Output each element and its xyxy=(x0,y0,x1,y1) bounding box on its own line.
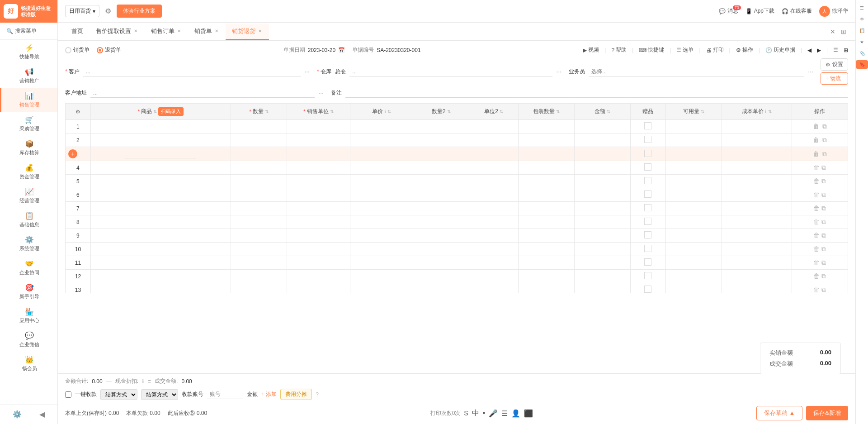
app-download-button[interactable]: 📱 App下载 xyxy=(745,7,774,15)
staff-input[interactable] xyxy=(589,67,804,76)
save-new-button[interactable]: 保存&新增 xyxy=(806,406,848,420)
tab-sales-return[interactable]: 销货退货 ✕ xyxy=(226,24,269,40)
gift-checkbox-10[interactable] xyxy=(644,245,651,252)
footer-icon-2[interactable]: • xyxy=(483,409,486,417)
footer-icon-3[interactable]: 🎤 xyxy=(489,409,498,418)
copy-row-13-icon[interactable]: ⧉ xyxy=(821,285,827,293)
copy-row-12-icon[interactable]: ⧉ xyxy=(821,272,827,281)
footer-icon-1[interactable]: 中 xyxy=(472,409,479,418)
delete-row-13-icon[interactable]: 🗑 xyxy=(812,285,821,293)
settings-button[interactable]: ⚙ 设置 xyxy=(821,58,848,71)
address-more-icon[interactable]: ··· xyxy=(318,90,324,97)
delete-row-4-icon[interactable]: 🗑 xyxy=(812,163,821,172)
sidebar-item-system[interactable]: ⚙️ 系统管理 xyxy=(0,232,57,256)
delete-row-3-icon[interactable]: 🗑 xyxy=(812,149,820,158)
delete-row-7-icon[interactable]: 🗑 xyxy=(812,204,821,213)
toolbar-print[interactable]: 🖨 打印 xyxy=(706,46,724,54)
footer-icon-4[interactable]: ☰ xyxy=(501,409,508,418)
sidebar-item-enterprise[interactable]: 🤝 企业协同 xyxy=(0,256,57,280)
gift-checkbox-4[interactable] xyxy=(644,163,651,171)
one-key-payment-checkbox[interactable] xyxy=(65,391,71,398)
sidebar-item-marketing[interactable]: 📢 营销推广 xyxy=(0,64,57,88)
sort-amount-icon[interactable]: ⇅ xyxy=(607,109,610,114)
th-gear[interactable]: ⚙ xyxy=(66,104,91,120)
gift-checkbox-3[interactable] xyxy=(644,150,651,157)
arrow-left-icon[interactable]: ◀ xyxy=(807,47,811,53)
customer-input[interactable] xyxy=(83,67,301,76)
calculation-method-select[interactable]: 结算方式 xyxy=(141,389,178,400)
sidebar-item-wechat[interactable]: 💬 企业微信 xyxy=(0,328,57,352)
add-row-button[interactable]: + xyxy=(68,149,77,158)
staff-more-icon[interactable]: ··· xyxy=(808,68,813,75)
gift-checkbox-12[interactable] xyxy=(644,272,651,279)
sidebar-item-finance[interactable]: 💰 资金管理 xyxy=(0,160,57,184)
sidebar-collapse-button[interactable]: ◀ xyxy=(38,408,47,420)
sidebar-item-purchase[interactable]: 🛒 采购管理 xyxy=(0,112,57,136)
toolbar-help[interactable]: ? 帮助 xyxy=(611,46,627,54)
right-panel-btn-6[interactable]: 🔖 xyxy=(856,60,868,69)
sort-unit2-icon[interactable]: ⇅ xyxy=(500,109,503,114)
calendar-icon[interactable]: 📅 xyxy=(338,47,345,53)
copy-row-8-icon[interactable]: ⧉ xyxy=(821,217,827,226)
tab-home[interactable]: 首页 xyxy=(65,24,90,40)
experience-button[interactable]: 体验行业方案 xyxy=(117,5,162,18)
delete-row-2-icon[interactable]: 🗑 xyxy=(812,135,820,144)
radio-return-order[interactable]: 退货单 xyxy=(97,46,121,54)
sort-avail-icon[interactable]: ⇅ xyxy=(701,109,704,114)
sidebar-item-appstore[interactable]: 🏪 应用中心 xyxy=(0,304,57,328)
delete-row-12-icon[interactable]: 🗑 xyxy=(812,272,821,281)
gift-checkbox-13[interactable] xyxy=(644,286,651,293)
online-service-button[interactable]: 🎧 在线客服 xyxy=(782,7,812,15)
sidebar-item-base[interactable]: 📋 基础信息 xyxy=(0,208,57,232)
sort-unit-icon[interactable]: ⇅ xyxy=(330,109,334,114)
warehouse-more-icon[interactable]: ··· xyxy=(556,68,561,75)
cash-discount-info-icon[interactable]: ℹ xyxy=(142,378,144,385)
delete-row-6-icon[interactable]: 🗑 xyxy=(812,190,821,199)
footer-icon-6[interactable]: ⬛ xyxy=(524,409,533,418)
address-input[interactable] xyxy=(90,88,315,98)
arrow-right-icon[interactable]: ▶ xyxy=(817,47,821,53)
fee-help-icon[interactable]: ? xyxy=(316,391,319,398)
customer-more-icon[interactable]: ··· xyxy=(304,68,310,75)
tab-close-price-setting[interactable]: ✕ xyxy=(133,28,138,34)
price-info-icon[interactable]: ℹ xyxy=(384,109,386,114)
copy-row-11-icon[interactable]: ⧉ xyxy=(821,258,827,267)
copy-row-7-icon[interactable]: ⧉ xyxy=(821,204,827,213)
copy-row-4-icon[interactable]: ⧉ xyxy=(821,163,827,172)
tab-sales-delivery[interactable]: 销货单 ✕ xyxy=(188,24,226,40)
daily-goods-select[interactable]: 日用百货 ▾ xyxy=(65,5,99,17)
settlement-method-select[interactable]: 结算方式 xyxy=(100,389,137,400)
product-input-3[interactable] xyxy=(125,150,196,158)
copy-row-10-icon[interactable]: ⧉ xyxy=(821,244,827,253)
sidebar-item-sales[interactable]: 📊 销售管理 xyxy=(0,88,57,112)
gift-checkbox-11[interactable] xyxy=(644,258,651,266)
cost-info-icon[interactable]: ℹ xyxy=(765,109,767,114)
sort-qty-icon[interactable]: ⇅ xyxy=(265,109,269,114)
copy-row-1-icon[interactable]: ⧉ xyxy=(821,122,828,131)
right-panel-btn-4[interactable]: ★ xyxy=(858,38,866,46)
delete-row-5-icon[interactable]: 🗑 xyxy=(812,176,821,186)
view-list-icon[interactable]: ☰ xyxy=(833,47,838,53)
save-draft-button[interactable]: 保存草稿 ▲ xyxy=(756,406,803,420)
sort-qty2-icon[interactable]: ⇅ xyxy=(447,109,451,114)
toolbar-select[interactable]: ☰ 选单 xyxy=(676,46,693,54)
tab-close-all-button[interactable]: ✕ xyxy=(828,26,837,37)
sort-price-icon[interactable]: ⇅ xyxy=(387,109,391,114)
fee-split-button[interactable]: 费用分摊 xyxy=(280,389,312,400)
gift-checkbox-1[interactable] xyxy=(644,122,651,129)
tab-close-sales-order[interactable]: ✕ xyxy=(176,28,182,34)
tab-expand-button[interactable]: ⊞ xyxy=(839,26,848,37)
gift-checkbox-9[interactable] xyxy=(644,231,651,238)
right-panel-btn-2[interactable]: 👁 xyxy=(858,15,866,24)
user-profile-button[interactable]: 人 徐泽华 xyxy=(819,6,848,17)
note-input[interactable] xyxy=(345,88,848,98)
right-panel-btn-3[interactable]: 📋 xyxy=(858,26,867,35)
header-gear-button[interactable]: ⚙ xyxy=(103,5,113,17)
gift-checkbox-6[interactable] xyxy=(644,191,651,198)
copy-row-2-icon[interactable]: ⧉ xyxy=(821,135,828,144)
sidebar-settings-button[interactable]: ⚙️ xyxy=(11,408,24,420)
add-payment-button[interactable]: + 添加 xyxy=(261,391,277,398)
copy-row-9-icon[interactable]: ⧉ xyxy=(821,231,827,240)
search-menu-button[interactable]: 🔍 搜索菜单 xyxy=(4,25,54,37)
tab-sales-order[interactable]: 销售订单 ✕ xyxy=(145,24,188,40)
